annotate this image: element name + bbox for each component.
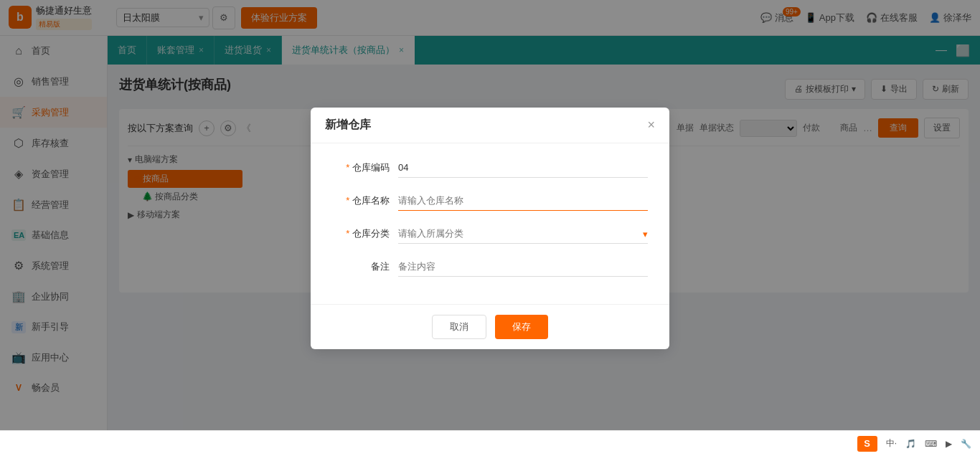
- remark-input[interactable]: [398, 257, 648, 277]
- modal-header: 新增仓库 ×: [311, 108, 669, 143]
- s-logo: S: [857, 436, 877, 452]
- form-row-remark: 备注: [332, 257, 648, 277]
- settings-icon: 🔧: [961, 439, 971, 449]
- cancel-button[interactable]: 取消: [432, 315, 486, 339]
- modal-footer: 取消 保存: [311, 304, 669, 349]
- new-warehouse-modal: 新增仓库 × 仓库编码 仓库名称 仓库分类 ▾: [311, 108, 669, 349]
- status-play[interactable]: ▶: [946, 439, 952, 449]
- status-audio[interactable]: 🎵: [905, 439, 916, 449]
- status-keyboard[interactable]: ⌨: [925, 439, 937, 449]
- play-icon: ▶: [946, 439, 952, 449]
- modal-title: 新增仓库: [325, 118, 371, 133]
- chinese-input-icon: 中·: [886, 437, 897, 450]
- status-settings[interactable]: 🔧: [961, 439, 971, 449]
- name-label: 仓库名称: [332, 194, 390, 207]
- modal-body: 仓库编码 仓库名称 仓库分类 ▾ 备注: [311, 143, 669, 304]
- category-select-wrap: ▾: [398, 224, 648, 244]
- code-input[interactable]: [398, 158, 648, 178]
- form-row-code: 仓库编码: [332, 158, 648, 178]
- save-button[interactable]: 保存: [495, 315, 548, 339]
- status-chinese[interactable]: 中·: [886, 437, 897, 450]
- status-bar: S 中· 🎵 ⌨ ▶ 🔧: [0, 430, 980, 456]
- modal-overlay[interactable]: 新增仓库 × 仓库编码 仓库名称 仓库分类 ▾: [0, 0, 980, 456]
- remark-label: 备注: [332, 260, 390, 273]
- code-label: 仓库编码: [332, 161, 390, 174]
- category-input[interactable]: [398, 224, 648, 244]
- keyboard-icon: ⌨: [925, 439, 937, 449]
- category-label: 仓库分类: [332, 227, 390, 240]
- audio-icon: 🎵: [905, 439, 916, 449]
- name-input[interactable]: [398, 191, 648, 211]
- form-row-category: 仓库分类 ▾: [332, 224, 648, 244]
- modal-close-btn[interactable]: ×: [647, 118, 655, 133]
- form-row-name: 仓库名称: [332, 191, 648, 211]
